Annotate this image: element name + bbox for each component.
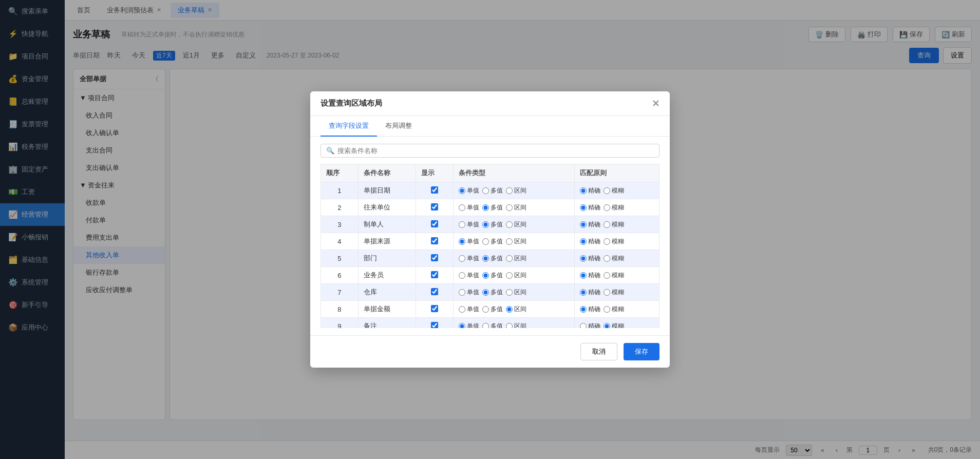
cond-range-4[interactable]: 区间 (506, 254, 526, 263)
dialog-footer: 取消 保存 (310, 335, 670, 368)
cell-name: 制单人 (358, 216, 416, 233)
cell-show[interactable] (416, 216, 454, 233)
cell-condition: 单值 多值 区间 (453, 301, 574, 318)
cell-show[interactable] (416, 182, 454, 199)
cell-order: 1 (321, 182, 359, 199)
cond-range-8[interactable]: 区间 (506, 322, 526, 329)
cell-show[interactable] (416, 199, 454, 216)
cond-multi-7[interactable]: 多值 (482, 305, 503, 314)
table-row: 1 单据日期 单值 多值 区间 精确 (321, 182, 659, 199)
cond-multi-0[interactable]: 多值 (482, 186, 503, 195)
table-scroll-area: 顺序 条件名称 显示 条件类型 匹配原则 1 单据日期 单值 (321, 164, 659, 328)
cell-match: 精确 模糊 (574, 318, 659, 329)
match-fuzzy-1[interactable]: 模糊 (604, 203, 624, 212)
cond-multi-6[interactable]: 多值 (482, 288, 503, 297)
match-exact-6[interactable]: 精确 (580, 288, 600, 297)
cond-single-6[interactable]: 单值 (459, 288, 479, 297)
cond-multi-2[interactable]: 多值 (482, 220, 503, 229)
cond-range-2[interactable]: 区间 (506, 220, 526, 229)
cond-single-2[interactable]: 单值 (459, 220, 479, 229)
cond-range-0[interactable]: 区间 (506, 186, 526, 195)
cell-order: 2 (321, 199, 359, 216)
match-fuzzy-8[interactable]: 模糊 (604, 322, 624, 329)
cell-show[interactable] (416, 301, 454, 318)
show-checkbox-5[interactable] (431, 271, 438, 278)
cell-order: 7 (321, 284, 359, 301)
cond-single-5[interactable]: 单值 (459, 271, 479, 280)
cell-condition: 单值 多值 区间 (453, 216, 574, 233)
cell-name: 单据来源 (358, 233, 416, 250)
cell-match: 精确 模糊 (574, 284, 659, 301)
cell-show[interactable] (416, 250, 454, 267)
cond-multi-5[interactable]: 多值 (482, 271, 503, 280)
cell-condition: 单值 多值 区间 (453, 318, 574, 329)
cond-range-5[interactable]: 区间 (506, 271, 526, 280)
dialog-tab-fields[interactable]: 查询字段设置 (321, 116, 377, 137)
show-checkbox-2[interactable] (431, 220, 438, 227)
dialog-close-button[interactable]: ✕ (652, 99, 659, 108)
dialog-tabs: 查询字段设置 布局调整 (310, 116, 670, 137)
cond-single-3[interactable]: 单值 (459, 237, 479, 246)
match-exact-0[interactable]: 精确 (580, 186, 600, 195)
dialog-search-input[interactable] (337, 147, 654, 155)
match-fuzzy-2[interactable]: 模糊 (604, 220, 624, 229)
show-checkbox-0[interactable] (431, 186, 438, 194)
cond-range-7[interactable]: 区间 (506, 305, 526, 314)
dialog-tab-layout[interactable]: 布局调整 (377, 116, 420, 137)
match-fuzzy-3[interactable]: 模糊 (604, 237, 624, 246)
show-checkbox-8[interactable] (431, 322, 438, 329)
table-row: 4 单据来源 单值 多值 区间 精确 (321, 233, 659, 250)
table-row: 3 制单人 单值 多值 区间 精确 (321, 216, 659, 233)
cell-condition: 单值 多值 区间 (453, 182, 574, 199)
match-exact-7[interactable]: 精确 (580, 305, 600, 314)
cell-show[interactable] (416, 318, 454, 329)
conditions-table: 顺序 条件名称 显示 条件类型 匹配原则 1 单据日期 单值 (321, 164, 659, 328)
cond-multi-3[interactable]: 多值 (482, 237, 503, 246)
cond-range-1[interactable]: 区间 (506, 203, 526, 212)
col-order: 顺序 (321, 164, 359, 182)
cond-range-6[interactable]: 区间 (506, 288, 526, 297)
dialog-body: 🔍 顺序 条件名称 显示 条件类型 匹配原则 (310, 137, 670, 335)
match-exact-1[interactable]: 精确 (580, 203, 600, 212)
match-fuzzy-5[interactable]: 模糊 (604, 271, 624, 280)
cell-condition: 单值 多值 区间 (453, 284, 574, 301)
cell-show[interactable] (416, 267, 454, 284)
cond-single-7[interactable]: 单值 (459, 305, 479, 314)
cond-single-0[interactable]: 单值 (459, 186, 479, 195)
cond-single-4[interactable]: 单值 (459, 254, 479, 263)
cell-match: 精确 模糊 (574, 267, 659, 284)
cond-single-1[interactable]: 单值 (459, 203, 479, 212)
cancel-button[interactable]: 取消 (580, 343, 617, 360)
cell-match: 精确 模糊 (574, 199, 659, 216)
cell-order: 5 (321, 250, 359, 267)
match-fuzzy-7[interactable]: 模糊 (604, 305, 624, 314)
cell-condition: 单值 多值 区间 (453, 250, 574, 267)
match-exact-8[interactable]: 精确 (580, 322, 600, 329)
cell-order: 3 (321, 216, 359, 233)
match-fuzzy-0[interactable]: 模糊 (604, 186, 624, 195)
cond-single-8[interactable]: 单值 (459, 322, 479, 329)
cond-range-3[interactable]: 区间 (506, 237, 526, 246)
show-checkbox-1[interactable] (431, 203, 438, 211)
match-exact-5[interactable]: 精确 (580, 271, 600, 280)
match-fuzzy-4[interactable]: 模糊 (604, 254, 624, 263)
show-checkbox-3[interactable] (431, 237, 438, 244)
col-name: 条件名称 (358, 164, 416, 182)
save-button[interactable]: 保存 (624, 343, 659, 360)
table-row: 5 部门 单值 多值 区间 精确 (321, 250, 659, 267)
table-row: 8 单据金额 单值 多值 区间 精确 (321, 301, 659, 318)
show-checkbox-6[interactable] (431, 288, 438, 295)
cond-multi-1[interactable]: 多值 (482, 203, 503, 212)
match-exact-3[interactable]: 精确 (580, 237, 600, 246)
cell-show[interactable] (416, 284, 454, 301)
cell-show[interactable] (416, 233, 454, 250)
match-exact-4[interactable]: 精确 (580, 254, 600, 263)
cell-condition: 单值 多值 区间 (453, 233, 574, 250)
match-exact-2[interactable]: 精确 (580, 220, 600, 229)
cell-condition: 单值 多值 区间 (453, 267, 574, 284)
cond-multi-4[interactable]: 多值 (482, 254, 503, 263)
match-fuzzy-6[interactable]: 模糊 (604, 288, 624, 297)
show-checkbox-7[interactable] (431, 305, 438, 312)
show-checkbox-4[interactable] (431, 254, 438, 261)
cond-multi-8[interactable]: 多值 (482, 322, 503, 329)
